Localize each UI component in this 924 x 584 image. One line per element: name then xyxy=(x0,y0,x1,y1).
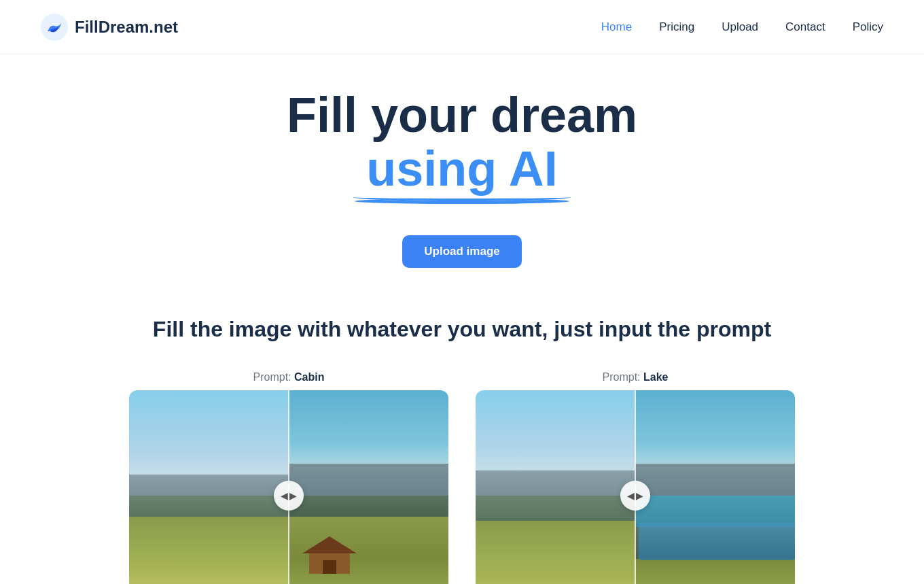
nav-link-pricing[interactable]: Pricing xyxy=(659,20,694,33)
logo-area: FillDream.net xyxy=(41,14,178,41)
compare-slider-handle-2[interactable]: ◀ ▶ xyxy=(620,481,650,511)
hero-section: Fill your dream using AI Upload image xyxy=(0,54,924,288)
nav-link-home[interactable]: Home xyxy=(601,20,632,33)
slider-arrows: ◀ ▶ xyxy=(281,490,297,501)
nav-link-upload[interactable]: Upload xyxy=(722,20,758,33)
lake-image-compare[interactable]: ◀ ▶ xyxy=(476,390,795,584)
cabin-original-image xyxy=(129,390,289,584)
nav-link-policy[interactable]: Policy xyxy=(853,20,883,33)
nav-link-contact[interactable]: Contact xyxy=(785,20,825,33)
lake-water xyxy=(639,523,795,560)
lake-prompt-label: Prompt: Lake xyxy=(476,371,795,383)
lake-original-image xyxy=(476,390,635,584)
nav-links: Home Pricing Upload Contact Policy xyxy=(601,20,883,34)
lake-prompt-value: Lake xyxy=(643,371,668,383)
logo-icon xyxy=(41,14,68,41)
cabin-svg xyxy=(302,533,357,574)
nav-item-upload[interactable]: Upload xyxy=(722,20,758,34)
nav-item-contact[interactable]: Contact xyxy=(785,20,825,34)
svg-rect-3 xyxy=(323,560,336,574)
hero-title-line1: Fill your dream xyxy=(41,88,883,142)
examples-section: Prompt: Cabin ◀ ▶ xyxy=(0,358,924,584)
hero-title-line2: using AI xyxy=(41,142,883,196)
example-lake: Prompt: Lake ◀ ▶ xyxy=(476,371,795,584)
svg-marker-2 xyxy=(302,536,357,553)
cabin-prompt-value: Cabin xyxy=(294,371,324,383)
subtitle-text: Fill the image with whatever you want, j… xyxy=(41,315,883,344)
upload-image-button[interactable]: Upload image xyxy=(402,235,521,268)
cabin-image-compare[interactable]: ◀ ▶ xyxy=(129,390,448,584)
navbar: FillDream.net Home Pricing Upload Contac… xyxy=(0,0,924,54)
brand-name: FillDream.net xyxy=(75,18,178,37)
example-cabin: Prompt: Cabin ◀ ▶ xyxy=(129,371,448,584)
slider-arrows-2: ◀ ▶ xyxy=(627,490,643,501)
compare-slider-handle[interactable]: ◀ ▶ xyxy=(274,481,304,511)
cabin-filled-image xyxy=(289,390,448,584)
nav-item-policy[interactable]: Policy xyxy=(853,20,883,34)
subtitle-section: Fill the image with whatever you want, j… xyxy=(0,288,924,358)
nav-item-home[interactable]: Home xyxy=(601,20,632,34)
cabin-prompt-label: Prompt: Cabin xyxy=(129,371,448,383)
nav-item-pricing[interactable]: Pricing xyxy=(659,20,694,34)
lake-filled-image xyxy=(635,390,795,584)
